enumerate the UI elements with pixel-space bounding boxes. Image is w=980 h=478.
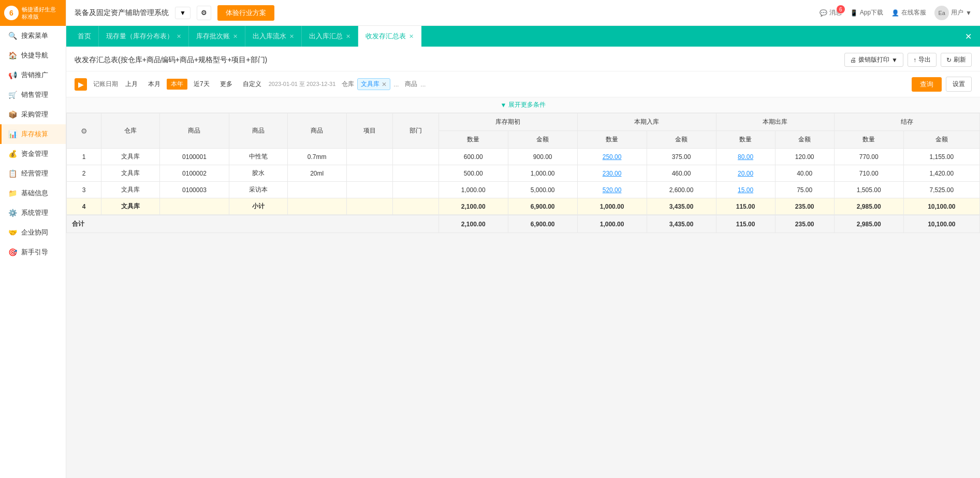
phone-icon: 📱 (850, 9, 858, 17)
online-service-action[interactable]: 👤 在线客服 (891, 8, 926, 17)
logo-text: 畅捷通好生意 标准版 (22, 6, 56, 21)
date-btn-curr-month[interactable]: 本月 (144, 79, 165, 90)
row-dept (392, 198, 438, 215)
row-open-qty: 2,100.00 (438, 198, 508, 215)
tab-batch-close[interactable]: ✕ (233, 33, 238, 40)
expand-more-button[interactable]: ▼ 展开更多条件 (501, 100, 546, 109)
row-goods-name: 采访本 (229, 182, 287, 198)
col-in-header: 本期入库 (577, 113, 716, 131)
inventory-icon: 📊 (8, 130, 17, 138)
col-project-header: 项目 (346, 113, 392, 149)
row-in-qty[interactable]: 520.00 (577, 182, 647, 198)
row-bal-amt: 1,420.00 (903, 165, 979, 182)
row-out-qty[interactable]: 80.00 (716, 149, 775, 165)
sidebar-item-label: 系统管理 (21, 208, 48, 218)
row-out-qty[interactable]: 20.00 (716, 165, 775, 182)
row-project (346, 198, 392, 215)
sidebar-item-purchase[interactable]: 📦 采购管理 (0, 105, 66, 124)
date-btn-prev-month[interactable]: 上月 (121, 79, 142, 90)
row-out-qty[interactable]: 115.00 (716, 198, 775, 215)
sidebar-item-sales[interactable]: 🛒 销售管理 (0, 85, 66, 105)
filter-settings-button[interactable]: 设置 (946, 77, 972, 92)
sidebar-item-system[interactable]: ⚙️ 系统管理 (0, 203, 66, 223)
col-out-amt: 金额 (775, 131, 834, 149)
sidebar-item-business[interactable]: 📋 经营管理 (0, 164, 66, 183)
export-button[interactable]: ↑ 导出 (908, 53, 937, 67)
row-dept (392, 182, 438, 198)
tab-receive-summary-close[interactable]: ✕ (409, 33, 414, 40)
warehouse-more[interactable]: ... (393, 81, 399, 88)
experience-button[interactable]: 体验行业方案 (217, 5, 274, 21)
date-btn-more[interactable]: 更多 (216, 79, 237, 90)
col-balance-header: 结存 (834, 113, 979, 131)
row-in-amt: 460.00 (647, 165, 716, 182)
gear-button[interactable]: ⚙ (197, 6, 211, 20)
row-open-qty: 500.00 (438, 165, 508, 182)
sidebar-item-quick-nav[interactable]: 🏠 快捷导航 (0, 46, 66, 65)
message-action[interactable]: 💬 消息 6 (820, 8, 842, 17)
app-download-action[interactable]: 📱 App下载 (850, 8, 883, 17)
tab-batch[interactable]: 库存批次账 ✕ (189, 26, 245, 47)
home-icon: 🏠 (8, 51, 17, 60)
purchase-icon: 📦 (8, 110, 17, 119)
tab-inout-summary[interactable]: 出入库汇总 ✕ (302, 26, 358, 47)
footer-bal-amt: 10,100.00 (903, 215, 979, 233)
tab-inout-flow[interactable]: 出入库流水 ✕ (245, 26, 302, 47)
tab-bar-close-btn[interactable]: ✕ (961, 32, 976, 41)
sidebar-item-marketing[interactable]: 📢 营销推广 (0, 65, 66, 85)
row-in-qty[interactable]: 250.00 (577, 149, 647, 165)
row-in-qty[interactable]: 1,000.00 (577, 198, 647, 215)
sidebar-item-guide[interactable]: 🎯 新手引导 (0, 242, 66, 262)
warehouse-tag[interactable]: 文具库 ✕ (357, 78, 390, 90)
row-in-qty[interactable]: 230.00 (577, 165, 647, 182)
table-row: 4文具库小计2,100.006,900.001,000.003,435.0011… (67, 198, 980, 215)
tab-receive-summary[interactable]: 收发存汇总表 ✕ (358, 26, 421, 47)
filter-expand-button[interactable]: ▶ (75, 78, 87, 91)
row-goods-name: 小计 (229, 198, 287, 215)
query-button[interactable]: 查询 (912, 77, 942, 92)
row-no: 2 (67, 165, 101, 182)
sidebar-item-finance[interactable]: 💰 资金管理 (0, 144, 66, 164)
footer-open-amt: 6,900.00 (508, 215, 577, 233)
tab-inout-summary-close[interactable]: ✕ (346, 33, 350, 40)
warehouse-filter-label: 仓库 (342, 80, 354, 89)
row-out-qty[interactable]: 15.00 (716, 182, 775, 198)
filter-bar: ▶ 记账日期 上月 本月 本年 近7天 更多 自定义 2023-01-01 至 … (66, 71, 980, 97)
row-bal-amt: 10,100.00 (903, 198, 979, 215)
tab-stock-dist[interactable]: 现存量（库存分布表） ✕ (99, 26, 189, 47)
goods-filter-group: 商品 ... (405, 80, 426, 89)
warehouse-tag-close[interactable]: ✕ (382, 81, 387, 88)
tab-stock-dist-label: 现存量（库存分布表） (106, 32, 173, 41)
sidebar-item-search[interactable]: 🔍 搜索菜单 (0, 26, 66, 46)
footer-out-qty: 115.00 (716, 215, 775, 233)
col-dept-header: 部门 (392, 113, 438, 149)
col-settings[interactable]: ⚙ (67, 113, 101, 149)
print-button[interactable]: 🖨 拨销版打印 ▼ (844, 53, 903, 67)
sidebar-item-enterprise[interactable]: 🤝 企业协同 (0, 223, 66, 242)
goods-more[interactable]: ... (420, 81, 426, 88)
date-btn-curr-year[interactable]: 本年 (167, 79, 187, 90)
tab-home[interactable]: 首页 (70, 26, 99, 47)
tab-stock-dist-close[interactable]: ✕ (177, 33, 181, 40)
system-select-btn[interactable]: ▼ (175, 7, 191, 19)
sidebar-item-inventory[interactable]: 📊 库存核算 (0, 124, 66, 144)
footer-label: 合计 (67, 215, 439, 233)
sidebar-item-basic[interactable]: 📁 基础信息 (0, 183, 66, 203)
business-icon: 📋 (8, 169, 17, 178)
avatar: Ea (934, 6, 949, 20)
col-open-qty: 数量 (438, 131, 508, 149)
header-right: 💬 消息 6 📱 App下载 👤 在线客服 Ea 用户 ▼ (820, 6, 972, 20)
service-icon: 👤 (891, 9, 899, 17)
refresh-button[interactable]: ↻ 刷新 (941, 53, 972, 67)
marketing-icon: 📢 (8, 71, 17, 79)
tab-receive-summary-label: 收发存汇总表 (365, 32, 406, 41)
row-in-amt: 375.00 (647, 149, 716, 165)
system-icon: ⚙️ (8, 209, 17, 217)
row-goods-name: 胶水 (229, 165, 287, 182)
date-btn-custom[interactable]: 自定义 (239, 79, 266, 90)
user-action[interactable]: Ea 用户 ▼ (934, 6, 972, 20)
tab-inout-flow-close[interactable]: ✕ (289, 33, 294, 40)
row-goods-code (159, 198, 229, 215)
row-goods-code: 0100002 (159, 165, 229, 182)
date-btn-7days[interactable]: 近7天 (189, 79, 214, 90)
